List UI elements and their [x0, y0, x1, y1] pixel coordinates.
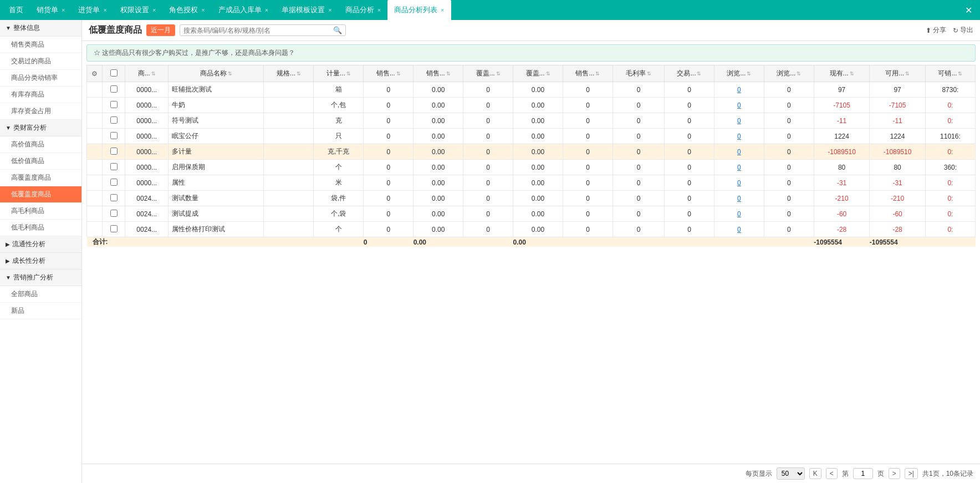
sidebar-item-traded-goods[interactable]: 交易过的商品	[0, 53, 81, 70]
cell-checkbox[interactable]	[103, 191, 125, 206]
sidebar-item-high-coverage[interactable]: 高覆盖度商品	[0, 170, 81, 186]
cell-browse1[interactable]: 0	[714, 206, 764, 222]
cell-checkbox[interactable]	[103, 160, 125, 175]
col-available[interactable]: 可用...⇅	[870, 65, 926, 82]
col-browse2[interactable]: 浏览...⇅	[764, 65, 814, 82]
cell-checkbox[interactable]	[103, 113, 125, 129]
tab-permission[interactable]: 权限设置 ×	[114, 0, 162, 20]
close-tab-purchase[interactable]: ×	[103, 7, 106, 13]
cell-browse1[interactable]: 0	[714, 113, 764, 129]
sidebar-item-sales-goods[interactable]: 销售类商品	[0, 37, 81, 53]
row-checkbox[interactable]	[110, 132, 118, 139]
next-page-btn[interactable]: >	[889, 468, 900, 479]
close-tab-sales[interactable]: ×	[62, 7, 65, 13]
close-tab-analysis[interactable]: ×	[377, 7, 381, 13]
page-size-select[interactable]: 50 100 200	[777, 467, 805, 480]
footer-sale3	[563, 237, 613, 247]
sidebar-item-in-stock[interactable]: 有库存商品	[0, 87, 81, 103]
sidebar-item-category-rate[interactable]: 商品分类动销率	[0, 70, 81, 87]
tab-sales[interactable]: 销货单 ×	[30, 0, 72, 20]
cell-trade: 0	[665, 222, 714, 237]
cell-checkbox[interactable]	[103, 129, 125, 144]
export-button[interactable]: ↻ 导出	[953, 26, 973, 35]
close-tab-finished[interactable]: ×	[265, 7, 268, 13]
row-checkbox[interactable]	[110, 85, 118, 93]
main-table: ⚙ 商...⇅ 商品名称⇅ 规格...⇅ 计量...⇅ 销售...⇅ 销售...…	[86, 65, 976, 247]
row-checkbox[interactable]	[110, 101, 118, 108]
period-button[interactable]: 近一月	[146, 24, 175, 36]
cell-browse1[interactable]: 0	[714, 144, 764, 160]
select-all-checkbox[interactable]	[110, 69, 118, 77]
cell-browse1[interactable]: 0	[714, 82, 764, 98]
sidebar-item-all-goods[interactable]: 全部商品	[0, 286, 81, 303]
sidebar-item-low-value[interactable]: 低价值商品	[0, 153, 81, 170]
sidebar-item-high-value[interactable]: 高价值商品	[0, 136, 81, 153]
col-cover2[interactable]: 覆盖...⇅	[513, 65, 563, 82]
search-input[interactable]	[183, 27, 331, 34]
sidebar-item-new-goods[interactable]: 新品	[0, 303, 81, 319]
sidebar-item-low-margin[interactable]: 低毛利商品	[0, 220, 81, 236]
sidebar-section-growth[interactable]: ▶ 成长性分析	[0, 253, 81, 270]
col-unit[interactable]: 计量...⇅	[314, 65, 364, 82]
close-tab-template[interactable]: ×	[328, 7, 331, 13]
col-sale-qty[interactable]: 销售...⇅	[364, 65, 414, 82]
tab-finished[interactable]: 产成品入库单 ×	[212, 0, 275, 20]
share-button[interactable]: ⬆ 分享	[926, 26, 946, 35]
row-checkbox[interactable]	[110, 148, 118, 155]
cell-checkbox[interactable]	[103, 175, 125, 191]
sidebar-item-stock-capital[interactable]: 库存资金占用	[0, 103, 81, 120]
tab-home[interactable]: 首页	[2, 0, 30, 20]
close-tab-analysis-list[interactable]: ×	[441, 7, 444, 13]
col-cover1[interactable]: 覆盖...⇅	[463, 65, 513, 82]
cell-checkbox[interactable]	[103, 144, 125, 160]
cell-gross: 0	[612, 144, 664, 160]
col-checkbox-header[interactable]	[103, 65, 125, 82]
cell-browse1[interactable]: 0	[714, 222, 764, 237]
sidebar-section-wealth[interactable]: ▼ 类财富分析	[0, 120, 81, 136]
col-sale-amt[interactable]: 销售...⇅	[414, 65, 463, 82]
tab-role[interactable]: 角色授权 ×	[162, 0, 211, 20]
sidebar-item-high-margin[interactable]: 高毛利商品	[0, 203, 81, 220]
col-code[interactable]: 商...⇅	[125, 65, 169, 82]
col-browse1[interactable]: 浏览...⇅	[714, 65, 764, 82]
sidebar-section-overall[interactable]: ▼ 整体信息	[0, 20, 81, 37]
row-checkbox[interactable]	[110, 163, 118, 170]
sidebar-section-marketing[interactable]: ▼ 营销推广分析	[0, 270, 81, 286]
tab-purchase[interactable]: 进货单 ×	[72, 0, 113, 20]
close-tab-role[interactable]: ×	[201, 7, 205, 13]
prev-page-btn[interactable]: <	[826, 468, 838, 479]
col-spec[interactable]: 规格...⇅	[264, 65, 314, 82]
page-number-input[interactable]	[853, 468, 873, 479]
col-name[interactable]: 商品名称⇅	[169, 65, 264, 82]
last-page-btn[interactable]: >|	[905, 468, 918, 479]
close-tab-permission[interactable]: ×	[152, 7, 156, 13]
row-checkbox[interactable]	[110, 194, 118, 201]
first-page-btn[interactable]: K	[809, 468, 821, 479]
cell-browse1[interactable]: 0	[714, 191, 764, 206]
cell-checkbox[interactable]	[103, 82, 125, 98]
cell-checkbox[interactable]	[103, 222, 125, 237]
row-checkbox[interactable]	[110, 225, 118, 232]
cell-browse1[interactable]: 0	[714, 129, 764, 144]
row-checkbox[interactable]	[110, 116, 118, 124]
cell-checkbox[interactable]	[103, 206, 125, 222]
cell-browse1[interactable]: 0	[714, 160, 764, 175]
col-saleable[interactable]: 可销...⇅	[925, 65, 975, 82]
col-settings[interactable]: ⚙	[87, 65, 103, 82]
tab-template[interactable]: 单据模板设置 ×	[275, 0, 338, 20]
col-trade[interactable]: 交易...⇅	[665, 65, 714, 82]
col-current[interactable]: 现有...⇅	[814, 65, 870, 82]
col-sale3[interactable]: 销售...⇅	[563, 65, 613, 82]
cell-checkbox[interactable]	[103, 98, 125, 113]
cell-browse1[interactable]: 0	[714, 175, 764, 191]
sidebar-section-circulation[interactable]: ▶ 流通性分析	[0, 236, 81, 253]
cell-settings	[87, 160, 103, 175]
window-close-button[interactable]: ✕	[959, 5, 978, 16]
row-checkbox[interactable]	[110, 210, 118, 217]
row-checkbox[interactable]	[110, 179, 118, 186]
tab-analysis[interactable]: 商品分析 ×	[339, 0, 387, 20]
cell-browse1[interactable]: 0	[714, 98, 764, 113]
tab-analysis-list[interactable]: 商品分析列表 ×	[387, 0, 451, 20]
col-gross[interactable]: 毛利率⇅	[612, 65, 664, 82]
sidebar-item-low-coverage[interactable]: 低覆盖度商品	[0, 186, 81, 203]
